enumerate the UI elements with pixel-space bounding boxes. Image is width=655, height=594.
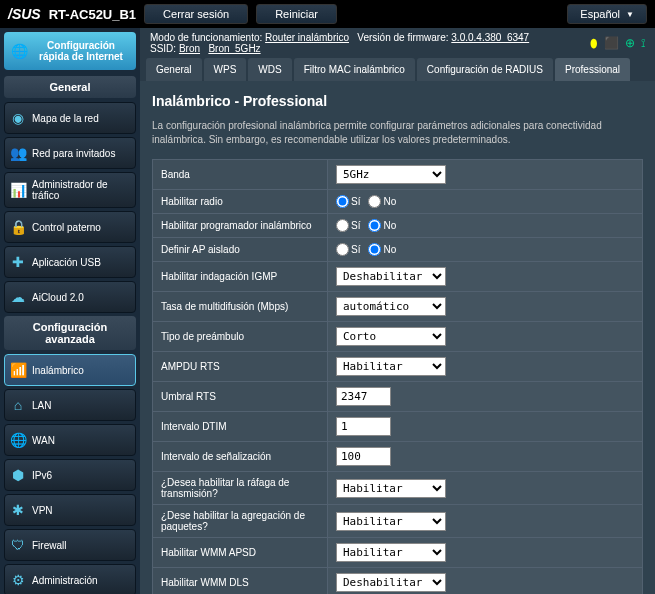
sidebar-item[interactable]: ☁AiCloud 2.0 [4,281,136,313]
sidebar-item-label: LAN [32,400,51,411]
settings-table: Banda5GHzHabilitar radio Sí NoHabilitar … [152,159,643,594]
sidebar-item[interactable]: 🔒Control paterno [4,211,136,243]
setting-input[interactable] [336,447,391,466]
sidebar-item-label: Red para invitados [32,148,115,159]
setting-row: ¿Desea habilitar la ráfaga de transmisió… [153,472,643,505]
tab[interactable]: General [146,58,202,81]
sidebar-item[interactable]: 👥Red para invitados [4,137,136,169]
radio-yes[interactable]: Sí [336,219,360,232]
radio-yes[interactable]: Sí [336,243,360,256]
ssid1-link[interactable]: Bron [179,43,200,54]
status-icon-4: ⟟ [641,36,645,50]
status-icon-2: ⬛ [604,36,619,50]
setting-label: Tasa de multidifusión (Mbps) [153,292,328,322]
model-name: RT-AC52U_B1 [49,7,136,22]
sidebar-header-general: General [4,76,136,98]
setting-label: Habilitar programador inalámbrico [153,214,328,238]
firmware-link[interactable]: 3.0.0.4.380_6347 [451,32,529,43]
sidebar-icon: ⌂ [9,396,27,414]
setting-select[interactable]: Corto [336,327,446,346]
radio-no[interactable]: No [368,243,396,256]
sidebar: 🌐 Configuración rápida de Internet Gener… [0,28,140,594]
setting-row: Habilitar WMM DLSDeshabilitar [153,568,643,595]
sidebar-item[interactable]: ✚Aplicación USB [4,246,136,278]
setting-select[interactable]: Deshabilitar [336,573,446,592]
reboot-button[interactable]: Reiniciar [256,4,337,24]
status-icon-3: ⊕ [625,36,635,50]
sidebar-item-label: Control paterno [32,222,101,233]
tab[interactable]: WDS [248,58,291,81]
sidebar-item[interactable]: 📶Inalámbrico [4,354,136,386]
sidebar-item-label: Aplicación USB [32,257,101,268]
setting-label: ¿Desea habilitar la ráfaga de transmisió… [153,472,328,505]
logout-button[interactable]: Cerrar sesión [144,4,248,24]
language-dropdown[interactable]: Español [567,4,647,24]
sidebar-icon: 🌐 [9,431,27,449]
radio-no[interactable]: No [368,195,396,208]
sidebar-header-advanced: Configuración avanzada [4,316,136,350]
radio-yes[interactable]: Sí [336,195,360,208]
sidebar-item[interactable]: ✱VPN [4,494,136,526]
tab[interactable]: Filtro MAC inalámbrico [294,58,415,81]
page-title: Inalámbrico - Professional [152,93,643,109]
setting-row: Habilitar indagación IGMPDeshabilitar [153,262,643,292]
setting-label: Intervalo de señalización [153,442,328,472]
setting-row: Habilitar WMM APSDHabilitar [153,538,643,568]
sidebar-item-label: AiCloud 2.0 [32,292,84,303]
setting-select[interactable]: Habilitar [336,357,446,376]
tab[interactable]: WPS [204,58,247,81]
sidebar-icon: ⬢ [9,466,27,484]
setting-label: Habilitar WMM DLS [153,568,328,595]
setting-select[interactable]: Habilitar [336,479,446,498]
sidebar-item-label: Inalámbrico [32,365,84,376]
setting-select[interactable]: Habilitar [336,543,446,562]
setting-row: Tasa de multidifusión (Mbps)automático [153,292,643,322]
tab[interactable]: Professional [555,58,630,81]
sidebar-icon: ✱ [9,501,27,519]
setting-label: Habilitar indagación IGMP [153,262,328,292]
sidebar-item[interactable]: ⬢IPv6 [4,459,136,491]
setting-row: Habilitar programador inalámbrico Sí No [153,214,643,238]
sidebar-item-label: VPN [32,505,53,516]
mode-link[interactable]: Router inalámbrico [265,32,349,43]
setting-input[interactable] [336,387,391,406]
setting-select[interactable]: automático [336,297,446,316]
sidebar-item[interactable]: 🛡Firewall [4,529,136,561]
sidebar-item-label: Administración [32,575,98,586]
sidebar-icon: ✚ [9,253,27,271]
sidebar-item-label: WAN [32,435,55,446]
sidebar-item[interactable]: ⚙Administración [4,564,136,594]
sidebar-item-label: Administrador de tráfico [32,179,131,201]
globe-icon: 🌐 [10,42,28,60]
setting-label: Habilitar radio [153,190,328,214]
radio-no[interactable]: No [368,219,396,232]
tab[interactable]: Configuración de RADIUS [417,58,553,81]
brand-logo: /SUS [8,6,41,22]
sidebar-icon: 📶 [9,361,27,379]
ssid2-link[interactable]: Bron_5GHz [208,43,260,54]
status-icon-1: ⬮ [590,36,598,50]
setting-label: ¿Dese habilitar la agregación de paquete… [153,505,328,538]
sidebar-icon: ⚙ [9,571,27,589]
setting-label: Tipo de preámbulo [153,322,328,352]
sidebar-item[interactable]: ◉Mapa de la red [4,102,136,134]
setting-label: Habilitar WMM APSD [153,538,328,568]
setting-select[interactable]: Habilitar [336,512,446,531]
sidebar-icon: 🔒 [9,218,27,236]
sidebar-item[interactable]: 📊Administrador de tráfico [4,172,136,208]
setting-row: Tipo de preámbuloCorto [153,322,643,352]
sidebar-icon: 👥 [9,144,27,162]
sidebar-icon: 🛡 [9,536,27,554]
qis-button[interactable]: 🌐 Configuración rápida de Internet [4,32,136,70]
setting-label: Banda [153,160,328,190]
page-description: La configuración profesional inalámbrica… [152,119,643,147]
setting-input[interactable] [336,417,391,436]
setting-select[interactable]: 5GHz [336,165,446,184]
sidebar-item[interactable]: ⌂LAN [4,389,136,421]
sidebar-item[interactable]: 🌐WAN [4,424,136,456]
tabs: GeneralWPSWDSFiltro MAC inalámbricoConfi… [140,58,655,81]
setting-select[interactable]: Deshabilitar [336,267,446,286]
setting-label: AMPDU RTS [153,352,328,382]
sidebar-icon: 📊 [9,181,27,199]
sidebar-icon: ◉ [9,109,27,127]
